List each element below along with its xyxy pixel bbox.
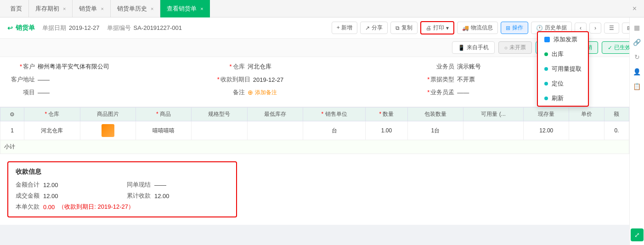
- col-unit-price: 单价: [569, 108, 604, 121]
- copy-label: 复制: [401, 24, 412, 32]
- outbound-icon: [544, 52, 548, 56]
- add-note-button[interactable]: ⊕ 添加备注: [248, 89, 277, 97]
- invoice-value: 不开票: [457, 75, 475, 84]
- from-phone-button[interactable]: 📱 来自手机: [452, 41, 495, 54]
- products-table: ⚙ * 仓库 商品图片 * 商品 规格型号 最低库存 * 销售单位 * 数量 包…: [0, 107, 629, 154]
- tab-sales-order[interactable]: 销货单 ×: [73, 0, 110, 17]
- cumulative-receipt-value: 12.00: [154, 193, 169, 199]
- outbound-label: 出库: [552, 50, 564, 58]
- due-date-field: 收款到期日 2019-12-27: [217, 75, 427, 84]
- sidebar-table-view[interactable]: ▦: [631, 21, 644, 34]
- row-current-stock: 12.00: [524, 121, 569, 140]
- copy-button[interactable]: ⧉ 复制: [390, 22, 418, 34]
- col-spec: 规格型号: [192, 108, 247, 121]
- logistics-button[interactable]: 🚚 物流信息: [457, 22, 498, 34]
- same-order-label: 同单现结: [127, 181, 151, 189]
- transaction-amount-row: 成交金额 12.00: [16, 192, 118, 200]
- doc-number-field: 单据编号 SA-20191227-001: [107, 24, 182, 32]
- refresh-icon: [544, 97, 548, 100]
- col-gear: ⚙: [0, 108, 24, 121]
- new-button[interactable]: + 新增: [332, 22, 357, 34]
- sales-staff-field: 业务员孟 ——: [427, 88, 637, 97]
- total-amount-row: 金额合计 12.00: [16, 181, 118, 189]
- project-value: ——: [38, 89, 50, 96]
- same-order-value: ——: [154, 182, 166, 188]
- address-field: 客户地址 ——: [7, 75, 217, 84]
- operations-icon: ⊞: [506, 25, 510, 31]
- logistics-icon: 🚚: [462, 25, 469, 31]
- current-due-value: 0.00: [43, 204, 55, 211]
- close-view-sales[interactable]: ×: [200, 6, 203, 11]
- due-date-label: 收款到期日: [217, 75, 250, 84]
- total-amount-value: 12.00: [43, 182, 58, 188]
- print-icon: 🖨: [426, 25, 431, 31]
- close-sales-history[interactable]: ×: [151, 6, 153, 11]
- tab-sales-history[interactable]: 销货单历史 ×: [111, 0, 160, 17]
- doc-number-label: 单据编号: [107, 24, 131, 32]
- close-sales-order[interactable]: ×: [101, 6, 103, 11]
- warehouse-label: 仓库: [217, 63, 245, 71]
- add-note-label: 添加备注: [255, 89, 277, 97]
- tab-home[interactable]: 首页: [4, 0, 29, 17]
- customer-value: 柳州粤港平安气体有限公司: [38, 63, 109, 71]
- share-button[interactable]: ↗ 分享: [360, 22, 388, 34]
- due-date-note: （收款到期日: 2019-12-27）: [58, 203, 134, 211]
- share-label: 分享: [372, 24, 383, 32]
- sidebar-user[interactable]: 👤: [631, 65, 644, 78]
- available-qty-label: 可用量提取: [552, 65, 582, 73]
- transaction-amount-label: 成交金额: [16, 192, 40, 200]
- tab-home-label: 首页: [10, 5, 22, 13]
- address-label: 客户地址: [7, 75, 35, 84]
- doc-number-value: SA-20191227-001: [134, 24, 182, 31]
- tab-inventory-init-label: 库存期初: [35, 5, 59, 13]
- view-toggle-1[interactable]: ☰: [604, 23, 619, 34]
- sidebar-link[interactable]: 🔗: [631, 36, 644, 49]
- project-label: 项目: [7, 88, 35, 97]
- tab-view-sales[interactable]: 查看销货单 ×: [160, 0, 209, 17]
- current-due-label: 本单欠款: [16, 203, 40, 211]
- from-phone-label: 来自手机: [467, 44, 489, 51]
- row-available: [463, 121, 524, 140]
- not-open-button[interactable]: ○ 未开票: [498, 41, 532, 54]
- bottom-section: 收款信息 金额合计 12.00 同单现结 —— 成交金额 12.00 累计收款 …: [0, 154, 644, 225]
- tab-inventory-init[interactable]: 库存期初 ×: [29, 0, 73, 17]
- sidebar-refresh[interactable]: ↻: [631, 51, 644, 63]
- print-button[interactable]: 🖨 打印 ▾: [420, 21, 454, 34]
- total-amount-label: 金额合计: [16, 181, 40, 189]
- toolbar: + 新增 ↗ 分享 ⧉ 复制 🖨 打印 ▾ 🚚 物流信息 ⊞ 操作: [332, 21, 637, 34]
- effective-icon: ✓: [608, 45, 612, 51]
- subtotal-row: 小计: [0, 140, 629, 154]
- next-button[interactable]: ›: [589, 23, 601, 34]
- tab-view-sales-label: 查看销货单: [167, 5, 197, 13]
- col-quantity: * 数量: [366, 108, 407, 121]
- doc-date-value: 2019-12-27: [69, 24, 100, 31]
- history-icon: 🕐: [536, 25, 543, 31]
- row-product: 嘻嘻嘻嘻: [136, 121, 191, 140]
- row-image: [80, 121, 136, 140]
- available-qty-item[interactable]: 可用量提取: [538, 62, 588, 76]
- operations-button[interactable]: ⊞ 操作: [501, 22, 528, 34]
- locate-icon: [544, 82, 548, 85]
- close-all-tabs[interactable]: ×: [629, 5, 640, 13]
- subtotal-label: 小计: [0, 140, 629, 154]
- outbound-item[interactable]: 出库: [538, 47, 588, 62]
- cumulative-receipt-label: 累计收款: [127, 192, 151, 200]
- due-date-value: 2019-12-27: [253, 76, 284, 83]
- locate-item[interactable]: 定位: [538, 76, 588, 91]
- doc-type: ↩ 销货单: [7, 24, 35, 32]
- close-inventory-init[interactable]: ×: [63, 6, 66, 11]
- row-quantity: 1.00: [366, 121, 407, 140]
- payment-info-box: 收款信息 金额合计 12.00 同单现结 —— 成交金额 12.00 累计收款 …: [7, 161, 237, 217]
- note-field: 备注 ⊕ 添加备注: [217, 88, 427, 97]
- add-note-icon: ⊕: [248, 89, 253, 96]
- add-invoice-item[interactable]: 添加发票: [538, 32, 588, 47]
- sidebar-record[interactable]: 📋: [631, 80, 644, 93]
- refresh-item[interactable]: 刷新: [538, 91, 588, 106]
- history-label: 历史单据: [545, 24, 567, 32]
- doc-date-field: 单据日期 2019-12-27: [42, 24, 100, 32]
- operations-dropdown: 添加发票 出库 可用量提取 定位 刷新: [537, 31, 589, 107]
- col-image: 商品图片: [80, 108, 136, 121]
- right-sidebar: ▦ 🔗 ↻ 👤 📋 ⤢: [629, 17, 644, 225]
- tab-sales-order-label: 销货单: [79, 5, 97, 13]
- doc-date-label: 单据日期: [42, 24, 66, 32]
